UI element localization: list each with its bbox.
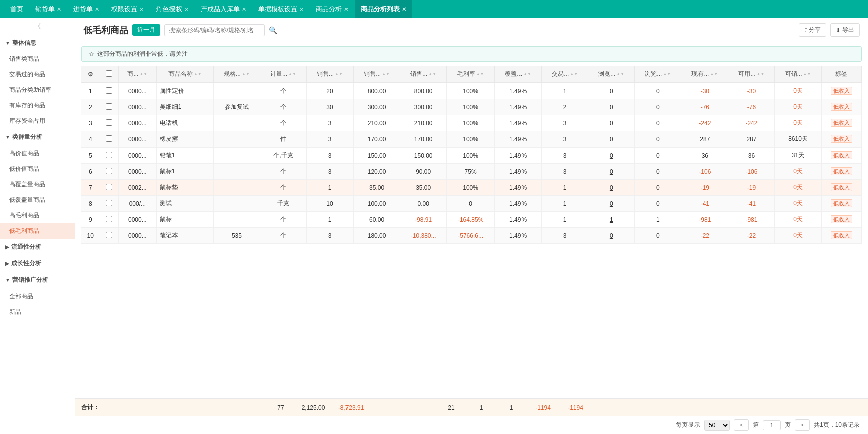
close-icon[interactable]: ✕ bbox=[299, 6, 304, 13]
sidebar-item-category-sales-rate[interactable]: 商品分类助销率 bbox=[0, 82, 75, 98]
cell-name[interactable]: 笔记本 bbox=[156, 228, 213, 244]
select-all-checkbox[interactable] bbox=[106, 70, 112, 77]
col-sales-qty[interactable]: 销售...▲▼ bbox=[306, 66, 353, 83]
cell-checkbox[interactable] bbox=[100, 228, 118, 244]
sidebar-group-circulation[interactable]: ▶ 流通性分析 bbox=[0, 239, 75, 255]
cell-name[interactable]: 鼠标 bbox=[156, 212, 213, 228]
cell-name[interactable]: 电话机 bbox=[156, 115, 213, 131]
col-unit[interactable]: 计量...▲▼ bbox=[260, 66, 306, 83]
col-spec[interactable]: 规格...▲▼ bbox=[213, 66, 260, 83]
cell-views1[interactable]: 0 bbox=[588, 148, 635, 164]
cell-checkbox[interactable] bbox=[100, 164, 118, 180]
sidebar-item-high-coverage[interactable]: 高覆盖量商品 bbox=[0, 177, 75, 192]
cell-checkbox[interactable] bbox=[100, 212, 118, 228]
cell-views1[interactable]: 0 bbox=[588, 99, 635, 115]
cell-checkbox[interactable] bbox=[100, 115, 118, 131]
col-code[interactable]: 商...▲▼ bbox=[118, 66, 156, 83]
row-checkbox[interactable] bbox=[106, 168, 112, 174]
col-coverage[interactable]: 覆盖...▲▼ bbox=[495, 66, 542, 83]
sidebar-item-traded-products[interactable]: 交易过的商品 bbox=[0, 67, 75, 82]
share-button[interactable]: ⤴ 分享 bbox=[799, 23, 826, 37]
close-icon[interactable]: ✕ bbox=[57, 6, 61, 13]
col-views2[interactable]: 浏览...▲▼ bbox=[635, 66, 681, 83]
cell-views1[interactable]: 0 bbox=[588, 115, 635, 131]
cell-checkbox[interactable] bbox=[100, 148, 118, 164]
row-checkbox[interactable] bbox=[106, 119, 112, 126]
col-settings[interactable]: ⚙ bbox=[81, 66, 100, 83]
cell-name[interactable]: 属性定价 bbox=[156, 83, 213, 99]
nav-role-auth[interactable]: 角色授权 ✕ bbox=[150, 0, 195, 18]
sidebar-collapse-button[interactable]: 《 bbox=[0, 18, 75, 35]
col-margin[interactable]: 毛利率▲▼ bbox=[447, 66, 495, 83]
row-checkbox[interactable] bbox=[106, 184, 112, 190]
col-available[interactable]: 可用...▲▼ bbox=[728, 66, 775, 83]
export-button[interactable]: ⬇ 导出 bbox=[830, 23, 860, 37]
col-name[interactable]: 商品名称▲▼ bbox=[156, 66, 213, 83]
nav-finished-goods[interactable]: 产成品入库单 ✕ bbox=[195, 0, 252, 18]
sidebar-item-all-products[interactable]: 全部商品 bbox=[0, 288, 75, 304]
sidebar-group-overview[interactable]: ▼ 整体信息 bbox=[0, 35, 75, 51]
row-checkbox[interactable] bbox=[106, 216, 112, 222]
per-page-select[interactable]: 50 100 200 bbox=[704, 420, 730, 431]
cell-views1[interactable]: 1 bbox=[588, 212, 635, 228]
cell-name[interactable]: 鼠标垫 bbox=[156, 180, 213, 196]
nav-permissions[interactable]: 权限设置 ✕ bbox=[105, 0, 150, 18]
close-icon[interactable]: ✕ bbox=[402, 6, 406, 13]
col-sales-profit[interactable]: 销售...▲▼ bbox=[400, 66, 447, 83]
sidebar-group-growth[interactable]: ▶ 成长性分析 bbox=[0, 255, 75, 272]
cell-checkbox[interactable] bbox=[100, 131, 118, 148]
cell-views1[interactable]: 0 bbox=[588, 164, 635, 180]
sidebar-item-high-margin[interactable]: 高毛利商品 bbox=[0, 208, 75, 223]
cell-views1[interactable]: 0 bbox=[588, 180, 635, 196]
close-icon[interactable]: ✕ bbox=[95, 6, 99, 13]
close-icon[interactable]: ✕ bbox=[242, 6, 246, 13]
sidebar-item-sales-products[interactable]: 销售类商品 bbox=[0, 51, 75, 67]
cell-name[interactable]: 吴细细1 bbox=[156, 99, 213, 115]
sidebar-item-low-value[interactable]: 低价值商品 bbox=[0, 161, 75, 177]
cell-name[interactable]: 铅笔1 bbox=[156, 148, 213, 164]
col-checkbox[interactable] bbox=[100, 66, 118, 83]
close-icon[interactable]: ✕ bbox=[139, 6, 144, 13]
cell-checkbox[interactable] bbox=[100, 99, 118, 115]
sidebar-item-low-margin[interactable]: 低毛利商品 bbox=[0, 223, 75, 239]
sidebar-item-high-value[interactable]: 高价值商品 bbox=[0, 146, 75, 161]
filter-period-button[interactable]: 近一月 bbox=[132, 24, 160, 36]
cell-views1[interactable]: 0 bbox=[588, 131, 635, 148]
cell-checkbox[interactable] bbox=[100, 180, 118, 196]
nav-product-analysis-list[interactable]: 商品分析列表 ✕ bbox=[355, 0, 412, 18]
sidebar-item-stocked-products[interactable]: 有库存的商品 bbox=[0, 98, 75, 113]
prev-page-button[interactable]: ＜ bbox=[734, 419, 749, 431]
search-button[interactable]: 🔍 bbox=[269, 26, 277, 34]
cell-views1[interactable]: 0 bbox=[588, 228, 635, 244]
row-checkbox[interactable] bbox=[106, 152, 112, 158]
col-stock[interactable]: 现有...▲▼ bbox=[681, 66, 728, 83]
col-sales-amt[interactable]: 销售...▲▼ bbox=[354, 66, 400, 83]
sidebar-item-stock-capital[interactable]: 库存资金占用 bbox=[0, 113, 75, 129]
col-sellable[interactable]: 可销...▲▼ bbox=[775, 66, 821, 83]
close-icon[interactable]: ✕ bbox=[344, 6, 349, 13]
nav-sales-order[interactable]: 销货单 ✕ bbox=[29, 0, 67, 18]
row-checkbox[interactable] bbox=[106, 87, 112, 94]
sidebar-item-low-coverage[interactable]: 低覆盖量商品 bbox=[0, 192, 75, 208]
nav-template-settings[interactable]: 单据模板设置 ✕ bbox=[252, 0, 310, 18]
nav-product-analysis[interactable]: 商品分析 ✕ bbox=[310, 0, 355, 18]
nav-home[interactable]: 首页 bbox=[4, 0, 29, 18]
close-icon[interactable]: ✕ bbox=[184, 6, 189, 13]
cell-name[interactable]: 橡皮擦 bbox=[156, 131, 213, 148]
cell-checkbox[interactable] bbox=[100, 83, 118, 99]
cell-name[interactable]: 鼠标1 bbox=[156, 164, 213, 180]
col-transactions[interactable]: 交易...▲▼ bbox=[542, 66, 588, 83]
nav-purchase-order[interactable]: 进货单 ✕ bbox=[67, 0, 105, 18]
cell-checkbox[interactable] bbox=[100, 196, 118, 212]
row-checkbox[interactable] bbox=[106, 232, 112, 238]
row-checkbox[interactable] bbox=[106, 200, 112, 206]
page-number-input[interactable] bbox=[763, 420, 781, 430]
search-input[interactable] bbox=[164, 24, 265, 36]
cell-views1[interactable]: 0 bbox=[588, 196, 635, 212]
col-views1[interactable]: 浏览...▲▼ bbox=[588, 66, 635, 83]
next-page-button[interactable]: ＞ bbox=[795, 419, 810, 431]
cell-name[interactable]: 测试 bbox=[156, 196, 213, 212]
row-checkbox[interactable] bbox=[106, 103, 112, 110]
cell-views1[interactable]: 0 bbox=[588, 83, 635, 99]
row-checkbox[interactable] bbox=[106, 135, 112, 142]
